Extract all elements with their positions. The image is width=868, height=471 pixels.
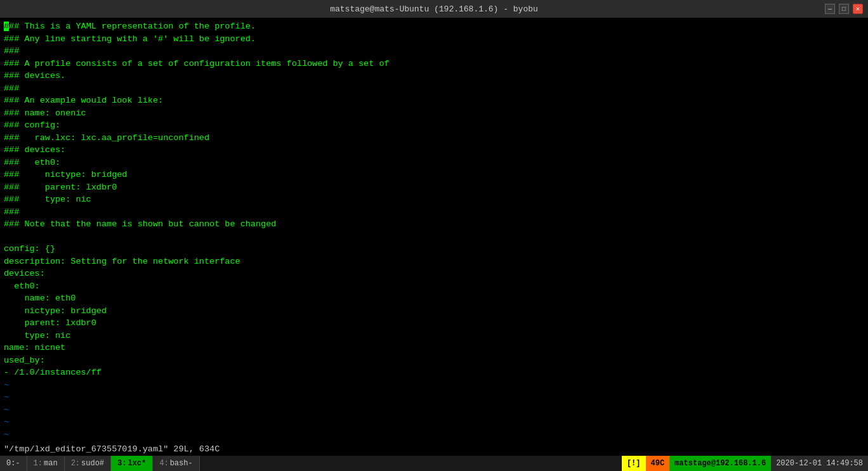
alert-indicator: [!]	[622, 456, 646, 471]
temperature-indicator: 49C	[646, 456, 670, 471]
terminal-content[interactable]: ### This is a YAML representation of the…	[0, 18, 868, 456]
terminal-line: ### eth0:	[4, 158, 60, 167]
terminal-line: name: eth0	[4, 294, 76, 303]
terminal-line: ### Note that the name is shown but cann…	[4, 219, 276, 229]
terminal-line: ### An example would look like:	[4, 96, 163, 105]
maximize-button[interactable]: □	[839, 4, 849, 14]
terminal-line: name: nicnet	[4, 343, 65, 352]
terminal-line: - /1.0/instances/ff	[4, 368, 102, 377]
terminal-line: description: Setting for the network int…	[4, 257, 240, 266]
cursor-line: ### This is a YAML representation of the…	[4, 22, 256, 31]
terminal-line: devices:	[4, 269, 45, 278]
terminal-line: ~	[4, 417, 9, 427]
terminal-line: config: {}	[4, 244, 55, 254]
window-title: matstage@mats-Ubuntu (192.168.1.6) - byo…	[330, 4, 538, 14]
user-host-indicator: matstage@192.168.1.6	[669, 456, 771, 471]
terminal-line: ###	[4, 46, 19, 56]
datetime-indicator: 2020-12-01 14:49:58	[771, 456, 868, 471]
terminal-line: ###	[4, 207, 19, 217]
tab-man[interactable]: 1:man	[27, 456, 65, 471]
terminal-line: ### raw.lxc: lxc.aa_profile=unconfined	[4, 133, 209, 143]
tab-list: 0:- 1:man2:sudo#3:lxc*4:bash-	[0, 456, 622, 471]
terminal-line: nictype: bridged	[4, 306, 107, 316]
terminal-line: type: nic	[4, 331, 70, 340]
terminal-line: ### devices:	[4, 145, 65, 155]
terminal-line: ### nictype: bridged	[4, 170, 127, 179]
status-bar: 0:- 1:man2:sudo#3:lxc*4:bash- [!] 49C ma…	[0, 456, 868, 471]
tab-bash-[interactable]: 4:bash-	[153, 456, 199, 471]
terminal-line: ~	[4, 392, 9, 402]
title-bar: matstage@mats-Ubuntu (192.168.1.6) - byo…	[0, 0, 868, 18]
minimize-button[interactable]: —	[825, 4, 835, 14]
terminal-line: ~	[4, 430, 9, 439]
terminal-line: parent: lxdbr0	[4, 318, 96, 328]
terminal-line: eth0:	[4, 281, 40, 291]
terminal-line: ### A profile consists of a set of confi…	[4, 59, 390, 68]
vim-file-info: "/tmp/lxd_editor_673557019.yaml" 29L, 63…	[4, 444, 220, 454]
terminal-line: ### type: nic	[4, 195, 91, 204]
tab-sudo#[interactable]: 2:sudo#	[65, 456, 111, 471]
terminal-line: ### Any line starting with a '#' will be…	[4, 34, 256, 44]
terminal-line: ### devices.	[4, 71, 65, 81]
vim-mode-indicator: 0:-	[0, 456, 27, 471]
terminal-line: used_by:	[4, 356, 45, 365]
terminal-line: ### parent: lxdbr0	[4, 183, 117, 192]
terminal-line: ### config:	[4, 120, 60, 130]
terminal-line: ~	[4, 380, 9, 390]
vim-status-line: "/tmp/lxd_editor_673557019.yaml" 29L, 63…	[0, 442, 868, 456]
close-button[interactable]: ✕	[853, 4, 863, 14]
terminal-line: ### name: onenic	[4, 108, 86, 118]
status-right-section: [!] 49C matstage@192.168.1.6 2020-12-01 …	[622, 456, 868, 471]
terminal-line: ~	[4, 405, 9, 415]
terminal-line: ###	[4, 84, 19, 93]
tab-lxc*[interactable]: 3:lxc*	[111, 456, 153, 471]
